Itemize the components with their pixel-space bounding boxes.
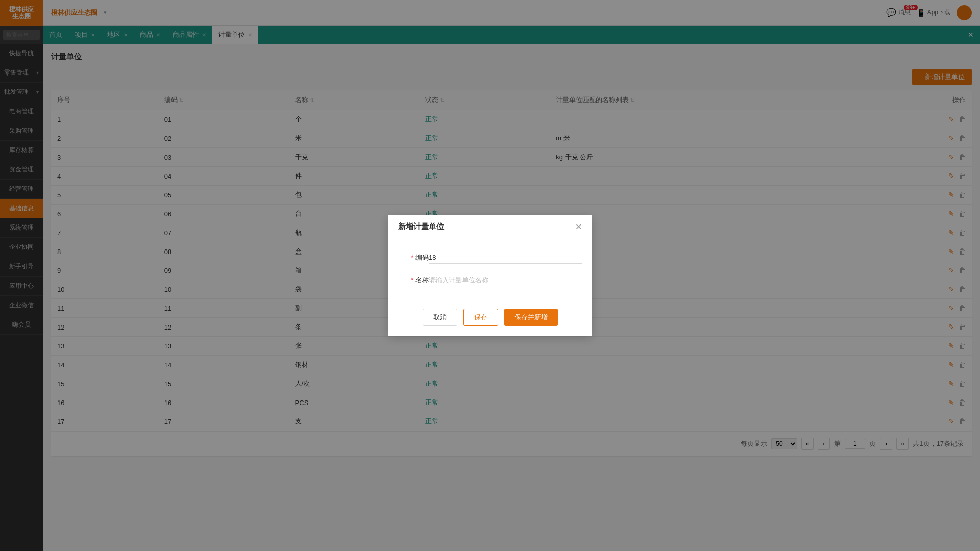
modal-close-button[interactable]: ✕ [575, 222, 582, 232]
code-input[interactable] [429, 252, 582, 264]
save-add-button[interactable]: 保存并新增 [504, 309, 558, 326]
name-label: 名称 [398, 276, 429, 285]
name-input[interactable] [429, 274, 582, 286]
code-field-group: 编码 [398, 252, 582, 264]
code-label: 编码 [398, 253, 429, 262]
add-unit-modal: 新增计量单位 ✕ 编码 名称 取消 保存 保存并新增 [388, 215, 592, 336]
modal-title: 新增计量单位 [398, 222, 444, 232]
name-field-group: 名称 [398, 274, 582, 286]
modal-body: 编码 名称 [388, 239, 592, 305]
modal-overlay[interactable]: 新增计量单位 ✕ 编码 名称 取消 保存 保存并新增 [0, 0, 980, 551]
save-button[interactable]: 保存 [463, 309, 498, 326]
cancel-button[interactable]: 取消 [423, 309, 457, 326]
modal-footer: 取消 保存 保存并新增 [388, 305, 592, 336]
modal-header: 新增计量单位 ✕ [388, 215, 592, 239]
